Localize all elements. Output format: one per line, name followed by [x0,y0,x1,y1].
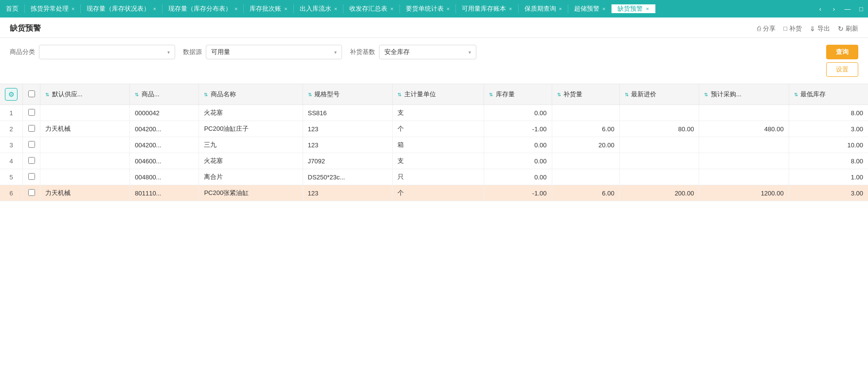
column-settings-btn[interactable]: ⚙ [5,88,18,101]
refresh-button[interactable]: ↻ 刷新 [838,24,858,33]
row-name-2: PC200油缸庄子 [199,121,303,137]
col-spec-header[interactable]: ⇅ 规格型号 [303,84,393,105]
row-checkbox-2[interactable] [28,125,35,132]
table-row: 1 0000042 火花塞 SS816 支 0.00 8.00 [0,105,868,121]
col-replenish-qty-header[interactable]: ⇅ 补货量 [552,84,619,105]
estimated-col-label: 预计采购... [711,90,741,98]
tab-item-exception[interactable]: 拣货异常处理 × [25,4,81,13]
tab-item-shortage[interactable]: 缺货预警 × [612,4,655,13]
tab-close-exception[interactable]: × [72,6,74,12]
row-num-3: 3 [0,137,23,153]
tab-close-inout-flow[interactable]: × [334,6,337,12]
replenish-value: 安全库存 [384,48,410,56]
tab-close-inventory-status[interactable]: × [153,6,156,12]
supplier-sort-icon: ⇅ [45,92,49,97]
col-name-header[interactable]: ⇅ 商品名称 [199,84,303,105]
tab-next-btn[interactable]: › [827,0,841,18]
row-min-stock-6: 3.00 [789,185,868,201]
tab-bar: 首页拣货异常处理 ×现存量（库存状况表） ×现存量（库存分布表） ×库存批次账 … [0,0,868,18]
row-unit-5: 只 [393,169,484,185]
row-checkbox-6[interactable] [28,189,35,196]
row-checkbox-cell-1 [23,105,40,121]
row-code-6: 801110... [130,185,199,201]
tab-item-overstock[interactable]: 超储预警 × [568,4,612,13]
row-code-5: 004800... [130,169,199,185]
tab-item-inventory-status[interactable]: 现存量（库存状况表） × [81,4,162,13]
tab-item-available-ledger[interactable]: 可用量库存账本 × [456,4,518,13]
row-checkbox-4[interactable] [28,157,35,164]
row-supplier-4 [40,153,130,169]
replenish-select[interactable]: 安全库存 ▾ [379,45,476,59]
col-min-stock-header[interactable]: ⇅ 最低库存 [789,84,868,105]
tab-close-shortage[interactable]: × [646,6,649,12]
tab-maximize-btn[interactable]: □ [854,0,868,18]
row-stock-3: 0.00 [484,137,552,153]
latest-price-col-label: 最新进价 [631,90,656,98]
header-actions: ⎙ 分享 □ 补货 ⇓ 导出 ↻ 刷新 [757,24,858,33]
estimated-sort-icon: ⇅ [704,92,708,97]
tab-item-demand-stat[interactable]: 要货单统计表 × [400,4,456,13]
row-checkbox-3[interactable] [28,141,35,148]
code-col-label: 商品... [142,90,160,98]
datasource-label: 数据源 [183,48,202,56]
settings-button[interactable]: 设置 [826,62,858,77]
row-checkbox-cell-3 [23,137,40,153]
row-stock-6: -1.00 [484,185,552,201]
row-spec-3: 123 [303,137,393,153]
row-min-stock-1: 8.00 [789,105,868,121]
replenish-button[interactable]: □ 补货 [783,24,802,33]
tab-label-available-ledger: 可用量库存账本 [462,4,506,13]
category-select[interactable]: ▾ [39,45,175,59]
row-checkbox-cell-6 [23,185,40,201]
row-name-1: 火花塞 [199,105,303,121]
tab-minimize-btn[interactable]: — [841,0,854,18]
query-button[interactable]: 查询 [826,45,858,59]
tab-item-inout-flow[interactable]: 出入库流水 × [294,4,344,13]
select-all-checkbox[interactable] [28,90,35,97]
col-code-header[interactable]: ⇅ 商品... [130,84,199,105]
replenish-label: 补货基数 [350,48,375,56]
name-col-label: 商品名称 [211,90,236,98]
col-supplier-header[interactable]: ⇅ 默认供应... [40,84,130,105]
export-button[interactable]: ⇓ 导出 [810,24,830,33]
table-row: 3 004200... 三九 123 箱 0.00 20.00 10.00 [0,137,868,153]
refresh-icon: ↻ [838,25,844,33]
supplier-col-label: 默认供应... [52,90,83,98]
tab-item-home[interactable]: 首页 [0,4,25,13]
tab-close-demand-stat[interactable]: × [447,6,450,12]
table-header-row: ⚙ ⇅ 默认供应... ⇅ 商品... ⇅ 商品名称 [0,84,868,105]
row-latest-price-6: 200.00 [619,185,699,201]
tab-close-overstock[interactable]: × [602,6,605,12]
row-stock-2: -1.00 [484,121,552,137]
row-min-stock-5: 1.00 [789,169,868,185]
col-estimated-header[interactable]: ⇅ 预计采购... [699,84,789,105]
row-checkbox-1[interactable] [28,109,35,116]
tab-close-receive-send[interactable]: × [390,6,393,12]
tab-item-inventory-dist[interactable]: 现存量（库存分布表） × [163,4,244,13]
row-unit-6: 个 [393,185,484,201]
tab-item-receive-send[interactable]: 收发存汇总表 × [344,4,399,13]
tab-item-batch[interactable]: 库存批次账 × [244,4,293,13]
share-icon: ⎙ [757,25,761,32]
row-code-3: 004200... [130,137,199,153]
tab-close-inventory-dist[interactable]: × [235,6,237,12]
row-min-stock-4: 8.00 [789,153,868,169]
tab-item-expiry[interactable]: 保质期查询 × [519,4,568,13]
tab-prev-btn[interactable]: ‹ [814,0,827,18]
datasource-select[interactable]: 可用量 ▾ [206,45,342,59]
tab-close-available-ledger[interactable]: × [509,6,512,12]
row-replenish-qty-4 [552,153,619,169]
row-estimated-4 [699,153,789,169]
tab-close-batch[interactable]: × [284,6,287,12]
row-checkbox-5[interactable] [28,173,35,180]
row-unit-1: 支 [393,105,484,121]
export-icon: ⇓ [810,25,815,33]
col-latest-price-header[interactable]: ⇅ 最新进价 [619,84,699,105]
row-spec-1: SS816 [303,105,393,121]
col-stock-header[interactable]: ⇅ 库存量 [484,84,552,105]
col-unit-header[interactable]: ⇅ 主计量单位 [393,84,484,105]
tab-label-inout-flow: 出入库流水 [300,4,331,13]
tab-close-expiry[interactable]: × [559,6,562,12]
row-supplier-1 [40,105,130,121]
share-button[interactable]: ⎙ 分享 [757,24,776,33]
